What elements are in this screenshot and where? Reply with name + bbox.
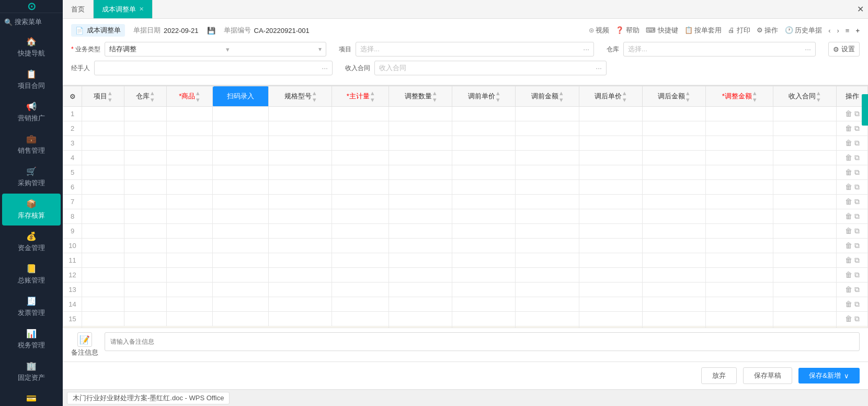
row-13-after-amount[interactable] — [642, 283, 705, 297]
row-3-prev-amount[interactable] — [516, 136, 579, 151]
sidebar-item-sales-mgmt[interactable]: 💼 销售管理 — [2, 129, 61, 161]
income-contract-dots[interactable]: ··· — [596, 64, 602, 72]
notes-input[interactable] — [105, 332, 860, 351]
row-9-delete-icon[interactable]: 🗑 — [845, 227, 852, 235]
row-4-project[interactable] — [82, 151, 124, 165]
row-13-adj-qty[interactable] — [389, 283, 452, 297]
row-11-project[interactable] — [82, 253, 124, 268]
row-6-product[interactable] — [166, 180, 213, 195]
row-15-income-contract[interactable] — [773, 312, 836, 326]
row-11-copy-icon[interactable]: ⧉ — [854, 256, 860, 265]
row-3-after-price[interactable] — [579, 136, 642, 151]
row-2-delete-icon[interactable]: 🗑 — [845, 124, 852, 133]
row-15-adj-qty[interactable] — [389, 312, 452, 326]
row-15-after-price[interactable] — [579, 312, 642, 326]
row-10-scan[interactable] — [213, 239, 269, 253]
row-12-warehouse[interactable] — [124, 268, 166, 283]
row-3-spec[interactable] — [269, 136, 332, 151]
row-4-prev-amount[interactable] — [516, 151, 579, 165]
row-10-adj-amount[interactable] — [705, 239, 773, 253]
sidebar-item-sales-promotion[interactable]: 📢 营销推广 — [2, 96, 61, 128]
row-15-adj-amount[interactable] — [705, 312, 773, 326]
row-10-prev-amount[interactable] — [516, 239, 579, 253]
row-4-warehouse[interactable] — [124, 151, 166, 165]
save-icon[interactable]: 💾 — [207, 27, 215, 35]
row-7-scan[interactable] — [213, 195, 269, 209]
row-10-delete-icon[interactable]: 🗑 — [845, 241, 852, 250]
row-6-delete-icon[interactable]: 🗑 — [845, 183, 852, 191]
row-4-adj-amount[interactable] — [705, 151, 773, 165]
th-prev-amount[interactable]: 调前金额▴▾ — [516, 86, 579, 107]
row-11-spec[interactable] — [269, 253, 332, 268]
row-7-after-price[interactable] — [579, 195, 642, 209]
row-1-after-amount[interactable] — [642, 107, 705, 121]
row-5-adj-amount[interactable] — [705, 165, 773, 180]
row-7-income-contract[interactable] — [773, 195, 836, 209]
income-contract-input[interactable]: 收入合同 ··· — [374, 61, 607, 75]
action-print[interactable]: 🖨 打印 — [728, 26, 750, 35]
row-1-adj-qty[interactable] — [389, 107, 452, 121]
th-warehouse[interactable]: 仓库▴▾ — [124, 86, 166, 107]
row-13-adj-amount[interactable] — [705, 283, 773, 297]
row-12-copy-icon[interactable]: ⧉ — [854, 270, 860, 279]
row-8-adj-qty[interactable] — [389, 209, 452, 224]
row-11-prev-price[interactable] — [452, 253, 516, 268]
row-10-unit[interactable] — [332, 239, 389, 253]
row-7-after-amount[interactable] — [642, 195, 705, 209]
row-5-spec[interactable] — [269, 165, 332, 180]
row-2-product[interactable] — [166, 121, 213, 136]
row-10-adj-qty[interactable] — [389, 239, 452, 253]
row-2-prev-amount[interactable] — [516, 121, 579, 136]
row-9-warehouse[interactable] — [124, 224, 166, 239]
sidebar-item-payroll[interactable]: 💳 工资 — [2, 388, 61, 406]
row-11-delete-icon[interactable]: 🗑 — [845, 256, 852, 265]
row-15-product[interactable] — [166, 312, 213, 326]
handler-dots[interactable]: ··· — [322, 64, 328, 72]
th-spec[interactable]: 规格型号▴▾ — [269, 86, 332, 107]
row-9-unit[interactable] — [332, 224, 389, 239]
row-12-spec[interactable] — [269, 268, 332, 283]
row-7-prev-price[interactable] — [452, 195, 516, 209]
row-13-prev-price[interactable] — [452, 283, 516, 297]
row-8-spec[interactable] — [269, 209, 332, 224]
warehouse-dots[interactable]: ··· — [805, 45, 811, 53]
row-7-delete-icon[interactable]: 🗑 — [845, 197, 852, 206]
row-11-after-amount[interactable] — [642, 253, 705, 268]
row-10-project[interactable] — [82, 239, 124, 253]
business-type-input[interactable]: 结存调整 ▾ — [105, 42, 326, 57]
nav-next[interactable]: › — [837, 27, 839, 35]
row-8-after-price[interactable] — [579, 209, 642, 224]
row-13-spec[interactable] — [269, 283, 332, 297]
row-3-income-contract[interactable] — [773, 136, 836, 151]
row-12-prev-price[interactable] — [452, 268, 516, 283]
row-3-adj-qty[interactable] — [389, 136, 452, 151]
row-12-income-contract[interactable] — [773, 268, 836, 283]
row-3-warehouse[interactable] — [124, 136, 166, 151]
row-5-after-price[interactable] — [579, 165, 642, 180]
row-11-after-price[interactable] — [579, 253, 642, 268]
row-5-product[interactable] — [166, 165, 213, 180]
row-14-after-amount[interactable] — [642, 297, 705, 312]
th-project[interactable]: 项目▴▾ — [82, 86, 124, 107]
row-15-project[interactable] — [82, 312, 124, 326]
row-15-copy-icon[interactable]: ⧉ — [854, 314, 860, 323]
row-5-income-contract[interactable] — [773, 165, 836, 180]
row-10-after-price[interactable] — [579, 239, 642, 253]
row-14-delete-icon[interactable]: 🗑 — [845, 300, 852, 309]
th-after-price[interactable]: 调后单价▴▾ — [579, 86, 642, 107]
row-9-copy-icon[interactable]: ⧉ — [854, 227, 860, 235]
row-15-spec[interactable] — [269, 312, 332, 326]
row-1-warehouse[interactable] — [124, 107, 166, 121]
row-5-adj-qty[interactable] — [389, 165, 452, 180]
row-4-adj-qty[interactable] — [389, 151, 452, 165]
row-15-prev-amount[interactable] — [516, 312, 579, 326]
row-6-prev-amount[interactable] — [516, 180, 579, 195]
row-1-spec[interactable] — [269, 107, 332, 121]
row-8-product[interactable] — [166, 209, 213, 224]
th-unit[interactable]: *主计量▴▾ — [332, 86, 389, 107]
row-1-income-contract[interactable] — [773, 107, 836, 121]
row-13-copy-icon[interactable]: ⧉ — [854, 285, 860, 294]
sidebar-item-quick-nav[interactable]: 🏠 快捷导航 — [2, 31, 61, 63]
row-13-warehouse[interactable] — [124, 283, 166, 297]
row-6-spec[interactable] — [269, 180, 332, 195]
